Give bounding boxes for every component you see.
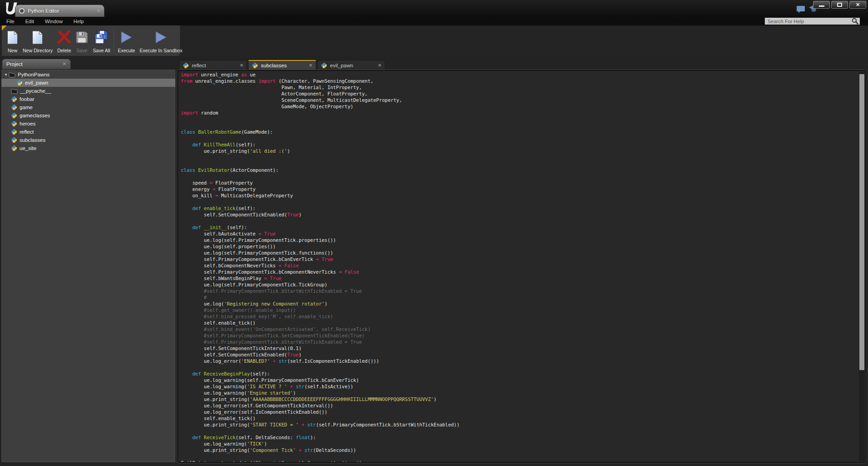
code-line[interactable]: ue.log_warning('TICK') (181, 441, 858, 447)
code-line[interactable] (181, 154, 858, 160)
code-line[interactable]: def ReceiveTick(self, DeltaSeconds: floa… (181, 434, 858, 441)
execute-button[interactable]: Execute (115, 28, 137, 56)
code-line[interactable]: import unreal_engine as ue (181, 71, 858, 78)
code-line[interactable]: #self.get_owner().enable_input() (181, 307, 858, 313)
code-line[interactable]: Pawn, Material, IntProperty, (181, 84, 858, 90)
code-line[interactable]: ue.log(self.PrimaryComponentTick.TickGro… (181, 281, 858, 288)
editor-tab-reflect[interactable]: reflect✕ (179, 60, 247, 70)
code-line[interactable] (181, 453, 858, 460)
code-line[interactable]: #self.bind_event('OnComponentActivated',… (181, 326, 858, 332)
editor-tab-evil-pawn[interactable]: evil_pawn✕ (317, 60, 385, 70)
code-line[interactable]: ue.print_string('AAAAABBBBBCCCCDDDDEEEEF… (181, 396, 858, 402)
tree-item-pythonpawns[interactable]: ▾PythonPawns (1, 70, 175, 79)
tree-expander-icon[interactable]: ▾ (3, 72, 9, 77)
code-line[interactable]: class BallerRobotGame(GameMode): (181, 129, 858, 135)
code-editor[interactable]: import unreal_engine as uefrom unreal_en… (181, 71, 858, 462)
code-line[interactable]: speed = FloatProperty (181, 180, 858, 186)
app-tab-python-editor[interactable]: Python Editor ✕ (15, 5, 105, 17)
new-directory-button[interactable]: New Directory (20, 28, 55, 56)
code-line[interactable]: EvilRotator.set_metadata('BlueprintSpawn… (181, 460, 858, 462)
editor-tab-close-icon[interactable]: ✕ (240, 63, 244, 68)
app-tab-close-icon[interactable]: ✕ (97, 9, 100, 13)
tree-item-evil-pawn[interactable]: evil_pawn (1, 79, 175, 87)
code-line[interactable]: self.bWantsBeginPlay = True (181, 275, 858, 281)
code-line[interactable]: ue.log(self.PrimaryComponentTick.propert… (181, 237, 858, 243)
code-line[interactable] (181, 160, 858, 167)
tree-item--pycache-[interactable]: __pycache__ (1, 87, 175, 95)
code-line[interactable]: def enable_tick(self): (181, 205, 858, 211)
menu-edit[interactable]: Edit (20, 19, 40, 24)
code-line[interactable]: self.PrimaryComponentTick.bComponentNeve… (181, 269, 858, 275)
code-line[interactable]: GameMode, ObjectProperty) (181, 103, 858, 110)
code-line[interactable]: self.enable_tick() (181, 415, 858, 421)
editor-scrollbar[interactable] (859, 72, 865, 461)
editor-tab-close-icon[interactable]: ✕ (309, 63, 313, 68)
code-line[interactable]: import random (181, 110, 858, 116)
code-line[interactable]: ue.log(self.properties()) (181, 243, 858, 250)
code-line[interactable] (181, 428, 858, 434)
close-window-button[interactable]: ✕ (849, 1, 866, 9)
tree-item-heroes[interactable]: heroes (1, 120, 175, 128)
code-line[interactable] (181, 173, 858, 180)
code-line[interactable]: ue.log_warning(self.PrimaryComponentTick… (181, 377, 858, 383)
code-line[interactable]: ue.log_error(self.IsComponentTickEnabled… (181, 409, 858, 415)
code-line[interactable]: ue.log_error(self.GetComponentTickInterv… (181, 402, 858, 409)
code-line[interactable]: ue.print_string('START TICKED = ' + str(… (181, 421, 858, 428)
code-line[interactable]: def __init__(self): (181, 224, 858, 230)
delete-button[interactable]: Delete (55, 28, 73, 56)
code-line[interactable]: ue.print_string('Component Tick' + str(D… (181, 447, 858, 453)
editor-scrollbar-thumb[interactable] (859, 74, 864, 370)
code-line[interactable]: self.bComponentNeverTicks = False (181, 262, 858, 269)
code-line[interactable]: ActorComponent, FloatProperty, (181, 90, 858, 97)
code-line[interactable] (181, 122, 858, 129)
code-line[interactable] (181, 135, 858, 141)
code-line[interactable] (181, 218, 858, 224)
code-line[interactable] (181, 116, 858, 122)
editor-tab-subclasses[interactable]: subclasses✕ (248, 60, 316, 70)
code-line[interactable] (181, 364, 858, 371)
editor-tab-close-icon[interactable]: ✕ (378, 63, 382, 68)
code-line[interactable]: ue.log(self.PrimaryComponentTick.functio… (181, 250, 858, 256)
code-line[interactable]: self.enable_tick() (181, 320, 858, 326)
code-line[interactable]: #self.PrimaryComponentTick.bStartWithTic… (181, 288, 858, 294)
code-line[interactable]: energy = FloatProperty (181, 186, 858, 192)
code-line[interactable]: #self.PrimaryComponentTick.bStartWithTic… (181, 339, 858, 345)
menu-help[interactable]: Help (68, 19, 90, 24)
code-line[interactable]: ue.log('Registering new Component rotato… (181, 301, 858, 307)
code-line[interactable]: SceneComponent, MulticastDelegatePropert… (181, 97, 858, 103)
code-line[interactable]: class EvilRotator(ActorComponent): (181, 167, 858, 173)
code-line[interactable]: # (181, 294, 858, 301)
tree-item-game[interactable]: game (1, 103, 175, 111)
help-search-input[interactable] (765, 19, 852, 24)
code-line[interactable] (181, 199, 858, 205)
feedback-bubble-icon[interactable] (796, 5, 805, 15)
tree-item-subclasses[interactable]: subclasses (1, 136, 175, 144)
code-line[interactable]: #self.PrimaryComponentTick.SetComponentT… (181, 332, 858, 339)
code-line[interactable]: self.SetComponentTickEnabled(True) (181, 211, 858, 218)
code-line[interactable]: ue.log_error('ENABLED?' + str(self.IsCom… (181, 358, 858, 364)
code-line[interactable]: from unreal_engine.classes import (Chara… (181, 78, 858, 84)
menu-file[interactable]: File (1, 19, 20, 24)
code-line[interactable]: ue.log_warning('Engine started') (181, 390, 858, 396)
menu-window[interactable]: Window (40, 19, 68, 24)
code-line[interactable]: ue.print_string('all died :(') (181, 148, 858, 154)
code-line[interactable]: self.SetComponentTickEnabled(True) (181, 351, 858, 358)
project-panel-tab[interactable]: Project ✕ (2, 59, 71, 69)
code-line[interactable]: def ReceiveBeginPlay(self): (181, 371, 858, 377)
code-line[interactable]: self.SetComponentTickInterval(0.1) (181, 345, 858, 351)
tree-item-foobar[interactable]: foobar (1, 95, 175, 103)
code-line[interactable]: self.PrimaryComponentTick.bCanEverTick =… (181, 256, 858, 262)
save-all-button[interactable]: Save All (90, 28, 112, 56)
tree-item-reflect[interactable]: reflect (1, 128, 175, 136)
tree-item-ue-site[interactable]: ue_site (1, 144, 175, 152)
code-line[interactable]: ue.log_warning('IS ACTIVE ? ' + str(self… (181, 383, 858, 390)
code-line[interactable]: #self.bind_pressed_key('M', self.enable_… (181, 313, 858, 320)
tree-item-gameclasses[interactable]: gameclasses (1, 111, 175, 120)
maximize-window-button[interactable] (831, 1, 848, 9)
code-line[interactable]: def KillThemAll(self): (181, 141, 858, 148)
project-tab-close-icon[interactable]: ✕ (63, 62, 66, 66)
code-line[interactable]: on_kill = MulticastDelegateProperty (181, 192, 858, 199)
execute-in-sandbox-button[interactable]: Execute In Sandbox (137, 28, 185, 56)
code-line[interactable]: self.bAutoActivate = True (181, 230, 858, 237)
new-button[interactable]: New (5, 28, 20, 56)
